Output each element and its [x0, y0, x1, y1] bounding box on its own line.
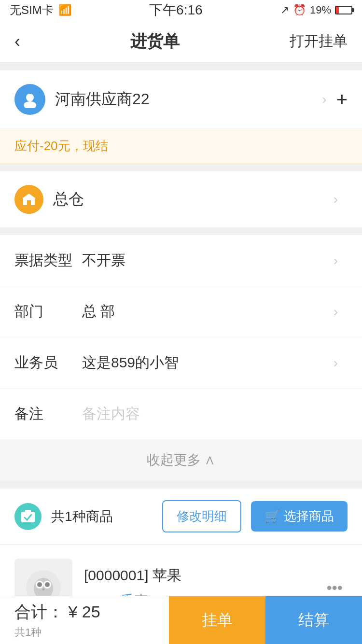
svg-point-11	[37, 582, 42, 587]
warehouse-section: 总仓 ›	[0, 171, 362, 227]
hang-button[interactable]: 挂单	[169, 596, 265, 644]
invoice-label: 票据类型	[14, 251, 72, 270]
battery-fill	[336, 7, 339, 14]
svg-marker-3	[22, 194, 36, 198]
status-bar-right: ↗ ⏰ 19%	[280, 4, 352, 16]
remark-row[interactable]: 备注 备注内容	[0, 389, 362, 439]
battery-icon	[335, 6, 352, 14]
invoice-value: 不开票	[72, 251, 334, 270]
status-bar-time: 下午6:16	[149, 1, 203, 19]
invoice-row[interactable]: 票据类型 不开票 ›	[0, 235, 362, 286]
alarm-icon: ⏰	[293, 4, 306, 16]
status-bar-left: 无SIM卡 📶	[10, 2, 71, 18]
department-row[interactable]: 部门 总 部 ›	[0, 286, 362, 337]
warehouse-icon	[14, 185, 43, 214]
add-button[interactable]: +	[336, 89, 348, 111]
salesman-row[interactable]: 业务员 这是859的小智 ›	[0, 337, 362, 389]
svg-rect-6	[25, 510, 31, 514]
status-bar: 无SIM卡 📶 下午6:16 ↗ ⏰ 19%	[0, 0, 362, 20]
salesman-label: 业务员	[14, 353, 72, 373]
warehouse-chevron-icon: ›	[334, 192, 338, 207]
remark-input[interactable]: 备注内容	[72, 404, 348, 424]
back-button[interactable]: ‹	[14, 31, 20, 52]
warehouse-name: 总仓	[53, 189, 334, 210]
location-icon: ↗	[280, 4, 289, 16]
svg-point-12	[45, 582, 50, 587]
product-code: [0000001]	[84, 567, 148, 583]
salesman-value: 这是859的小智	[72, 353, 334, 373]
invoice-chevron-icon: ›	[334, 253, 338, 268]
salesman-chevron-icon: ›	[334, 355, 338, 371]
total-label: 合计：	[14, 602, 64, 621]
department-value: 总 部	[72, 302, 334, 322]
settle-button[interactable]: 结算	[265, 596, 362, 644]
edit-detail-button[interactable]: 修改明细	[162, 500, 241, 532]
total-value: ¥ 25	[68, 602, 100, 621]
remark-label: 备注	[14, 404, 72, 424]
supplier-avatar	[14, 84, 45, 115]
department-chevron-icon: ›	[334, 304, 338, 320]
battery-text: 19%	[310, 4, 331, 16]
page-title: 进货单	[130, 30, 180, 53]
bottom-bar: 合计： ¥ 25 共1种 挂单 结算	[0, 596, 362, 644]
product-name: [0000001] 苹果	[84, 566, 310, 586]
select-product-button[interactable]: 🛒 选择商品	[251, 501, 348, 532]
open-hang-button[interactable]: 打开挂单	[290, 31, 348, 51]
department-label: 部门	[14, 302, 72, 322]
carrier-text: 无SIM卡	[10, 2, 54, 18]
supplier-section: 河南供应商22 › + 应付-20元，现结	[0, 70, 362, 164]
alert-banner: 应付-20元，现结	[0, 129, 362, 164]
select-product-label: 选择商品	[284, 508, 334, 525]
wifi-icon: 📶	[58, 4, 71, 16]
cart-icon: 🛒	[265, 509, 280, 524]
supplier-row[interactable]: 河南供应商22 › +	[0, 70, 362, 129]
svg-rect-4	[27, 200, 31, 205]
product-icon	[14, 503, 42, 530]
form-section: 票据类型 不开票 › 部门 总 部 › 业务员 这是859的小智 › 备注 备注…	[0, 235, 362, 439]
total-section: 合计： ¥ 25 共1种	[0, 601, 169, 640]
product-title: 苹果	[153, 567, 181, 583]
supplier-name: 河南供应商22	[55, 89, 322, 110]
collapse-bar[interactable]: 收起更多 ∧	[0, 439, 362, 481]
product-header: 共1种商品 修改明细 🛒 选择商品	[0, 489, 362, 544]
nav-bar: ‹ 进货单 打开挂单	[0, 20, 362, 63]
product-count: 共1种商品	[51, 507, 153, 526]
total-amount: 合计： ¥ 25	[14, 601, 154, 623]
warehouse-row[interactable]: 总仓 ›	[0, 171, 362, 227]
total-count: 共1种	[14, 625, 154, 640]
svg-point-0	[26, 94, 34, 101]
svg-point-1	[24, 101, 36, 108]
supplier-chevron-icon: ›	[322, 92, 326, 107]
